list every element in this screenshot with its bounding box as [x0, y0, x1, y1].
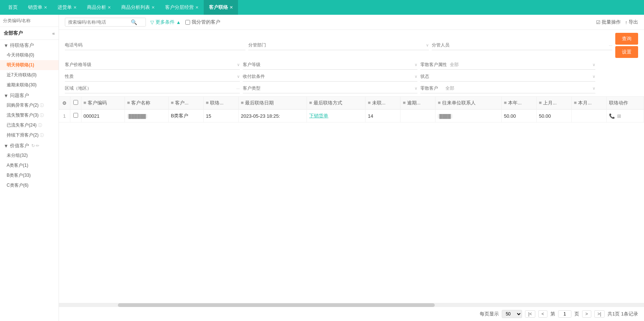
sidebar-item-churn-warning[interactable]: 流失预警客户(3) ⓘ: [0, 110, 59, 120]
scroll-bar-thumb[interactable]: [118, 303, 435, 307]
filter-row-3: 性质 ∨ 收付款条件 ∨ 状态 ∨: [65, 72, 638, 82]
search-input[interactable]: [68, 20, 131, 25]
page-last-btn[interactable]: >|: [594, 310, 605, 318]
table-header-row: ⚙ ≡ 客户编码 ≡ 客户名称 ≡ 客户... ≡ 联络... ≡ 最后联络日期…: [59, 97, 644, 110]
my-customers-checkbox[interactable]: [185, 20, 190, 25]
nav-close-customer-contact[interactable]: ✕: [230, 5, 233, 10]
col-customer-type[interactable]: ≡ 客户...: [168, 97, 203, 110]
select-all-checkbox[interactable]: [73, 100, 78, 105]
sidebar-collapse-icon: «: [52, 31, 55, 36]
nav-customer-contact[interactable]: 客户联络 ✕: [204, 0, 238, 15]
sidebar-item-declining[interactable]: 持续下滑客户(2) ⓘ: [0, 130, 59, 140]
settings-button[interactable]: 设置: [615, 46, 638, 58]
page-first-btn[interactable]: |<: [525, 310, 535, 318]
batch-op-btn[interactable]: ☑ 批量操作: [596, 19, 621, 25]
cell-company-contact: ████: [435, 110, 501, 122]
filter-payment-terms: 收付款条件 ∨: [243, 72, 418, 82]
nav-product-analysis-list[interactable]: 商品分析列表 ✕: [116, 0, 160, 15]
sidebar-item-repurchase-abnormal[interactable]: 回购异常客户(2) ⓘ: [0, 100, 59, 110]
col-last-month[interactable]: ≡ 上月...: [536, 97, 571, 110]
col-overdue[interactable]: ≡ 逾期...: [400, 97, 435, 110]
sidebar-item-class-c[interactable]: C类客户(6): [0, 180, 59, 190]
search-input-wrap: 🔍: [65, 18, 146, 27]
sidebar-item-today[interactable]: 今天待联络(0): [0, 50, 59, 60]
phone-icon[interactable]: 📞: [609, 113, 615, 119]
filter-person: 分管人员 ···: [432, 41, 612, 50]
filter-customer-type-dropdown-icon: ∨: [414, 86, 417, 91]
content-area: 🔍 ▽ 更多条件 ▲ 我分管的客户 ☑ 批量操作 ↑ 导出: [59, 15, 644, 321]
filter-status: 状态 ∨: [420, 72, 595, 82]
sidebar-item-class-a[interactable]: A类客户(1): [0, 160, 59, 170]
table-area: ⚙ ≡ 客户编码 ≡ 客户名称 ≡ 客户... ≡ 联络... ≡ 最后联络日期…: [59, 97, 644, 303]
cell-overdue: [400, 110, 435, 122]
col-contact-count[interactable]: ≡ 联络...: [203, 97, 238, 110]
col-action: 联络动作: [606, 97, 644, 110]
col-no-contact[interactable]: ≡ 未联...: [365, 97, 400, 110]
sidebar-section-pending[interactable]: ▼ 待联络客户: [0, 40, 59, 50]
cell-last-contact-method[interactable]: 下销货单: [307, 110, 365, 122]
nav-close-product-analysis-list[interactable]: ✕: [151, 5, 155, 10]
grid-icon[interactable]: ⊞: [617, 113, 621, 119]
sidebar-section-pending-arrow: ▼: [4, 43, 8, 48]
export-btn[interactable]: ↑ 导出: [625, 19, 638, 25]
col-last-contact-method[interactable]: ≡ 最后联络方式: [307, 97, 365, 110]
col-checkbox[interactable]: [70, 97, 81, 110]
sidebar-section-value[interactable]: ▼ 价值客户 ↻ ✏: [0, 140, 59, 151]
filter-row-2: 客户价格等级 ∨ 客户等级 ∨ 零散客户属性 全部 ∨: [65, 60, 638, 70]
filter-region-more-icon: ···: [237, 86, 240, 91]
nav-product-analysis[interactable]: 商品分析 ✕: [82, 0, 116, 15]
filter-more-btn[interactable]: ▽ 更多条件 ▲: [150, 19, 181, 25]
scroll-bar[interactable]: [59, 303, 644, 307]
nav-close-sales-order[interactable]: ✕: [44, 5, 47, 10]
page-size-select[interactable]: 50 100 200: [502, 310, 522, 318]
page-input[interactable]: [558, 310, 571, 318]
sidebar-value-edit-icon[interactable]: ✏: [36, 143, 39, 148]
cell-checkbox[interactable]: [70, 110, 81, 122]
query-button[interactable]: 查询: [615, 33, 638, 45]
col-settings[interactable]: ⚙: [59, 97, 70, 110]
sidebar-item-ungrouped[interactable]: 未分组(32): [0, 151, 59, 160]
nav-home[interactable]: 首页: [3, 0, 23, 15]
sidebar-search-input[interactable]: [3, 18, 58, 23]
nav-close-customer-tier[interactable]: ✕: [195, 5, 199, 10]
cell-customer-name: ██████: [125, 110, 169, 122]
nav-customer-tier[interactable]: 客户分层经营 ✕: [160, 0, 204, 15]
col-last-contact-date[interactable]: ≡ 最后联络日期: [238, 97, 307, 110]
sidebar-search-wrap: 🔍: [0, 15, 59, 27]
page-label: 第: [550, 311, 555, 317]
sidebar-all-customers[interactable]: 全部客户 «: [0, 27, 59, 40]
col-customer-code[interactable]: ≡ 客户编码: [81, 97, 125, 110]
main-layout: 🔍 全部客户 « ▼ 待联络客户 今天待联络(0) 明天待联络(1) 近7天待联…: [0, 15, 644, 321]
filter-dept: 分管部门 ∨: [248, 41, 429, 50]
cell-row-num: 1: [59, 110, 70, 122]
cell-contact-count: 15: [203, 110, 238, 122]
page-prev-btn[interactable]: <: [538, 310, 547, 318]
sidebar-item-overdue[interactable]: 逾期未联络(30): [0, 80, 59, 90]
cell-customer-type: B类客户: [168, 110, 203, 122]
sidebar-section-problem[interactable]: ▼ 问题客户: [0, 90, 59, 100]
page-next-btn[interactable]: >: [582, 310, 591, 318]
col-customer-name[interactable]: ≡ 客户名称: [125, 97, 169, 110]
nav-close-product-analysis[interactable]: ✕: [108, 5, 111, 10]
sidebar-item-tomorrow[interactable]: 明天待联络(1): [0, 60, 59, 70]
cell-last-month: 50.00: [536, 110, 571, 122]
nav-purchase-order[interactable]: 进货单 ✕: [52, 0, 82, 15]
nav-close-purchase-order[interactable]: ✕: [73, 5, 77, 10]
sidebar-item-churned[interactable]: 已流失客户(24) ⓘ: [0, 120, 59, 130]
my-customers-checkbox-wrap[interactable]: 我分管的客户: [185, 19, 220, 25]
filter-row-4: 区域（地区） ··· 客户类型 ∨ 零散客户 全部 ∨: [65, 84, 638, 93]
filter-icon: ▽: [150, 20, 154, 25]
sidebar-value-refresh-icon[interactable]: ↻: [31, 143, 35, 148]
col-company-contact[interactable]: ≡ 往来单位联系人: [435, 97, 501, 110]
col-this-year[interactable]: ≡ 本年...: [501, 97, 536, 110]
sidebar-item-7days[interactable]: 近7天待联络(0): [0, 70, 59, 80]
nav-sales-order[interactable]: 销货单 ✕: [23, 0, 52, 15]
top-nav: 首页 销货单 ✕ 进货单 ✕ 商品分析 ✕ 商品分析列表 ✕ 客户分层经营 ✕ …: [0, 0, 644, 15]
filter-retail-customer: 零散客户 全部 ∨: [420, 84, 595, 93]
cell-this-year: 50.00: [501, 110, 536, 122]
col-this-month[interactable]: ≡ 本月...: [571, 97, 606, 110]
filter-row-1: 电话号码 分管部门 ∨ 分管人员 ··· 查询 设置: [65, 33, 638, 58]
search-icon[interactable]: 🔍: [131, 19, 137, 25]
sidebar-item-class-b[interactable]: B类客户(33): [0, 170, 59, 180]
row-checkbox[interactable]: [73, 113, 78, 118]
